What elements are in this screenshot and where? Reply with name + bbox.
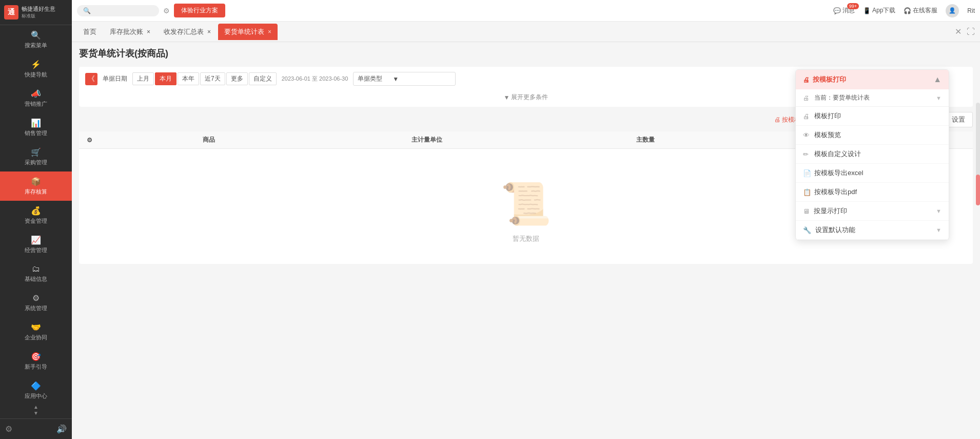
col-unit: 主计量单位 [318,136,537,144]
sidebar-item-label-shortcut: 快捷导航 [25,71,47,79]
date-btn-this-year[interactable]: 本年 [178,72,199,85]
tab-order-stats[interactable]: 要货单统计表 × [218,24,278,40]
trial-button[interactable]: 体验行业方案 [174,4,225,17]
default-fn-icon: 🔧 [803,226,811,234]
online-service-label: 在线客服 [913,6,937,15]
app-download-icon: 📱 [863,7,871,14]
dropdown-current[interactable]: 🖨 当前：要货单统计表 ▼ [796,89,949,107]
sidebar-item-label-guide: 新手引导 [25,363,47,371]
online-service-icon: 🎧 [904,7,911,14]
order-type-chevron: ▼ [393,75,399,83]
right-scrollbar[interactable] [976,103,980,205]
speaker-icon[interactable]: 🔊 [56,424,67,434]
settings-icon[interactable]: ⚙ [5,424,12,434]
sidebar-item-collab[interactable]: 🤝 企业协同 [0,317,72,347]
sidebar-logo: 通 畅捷通好生意 标准版 [0,0,72,25]
marketing-icon: 📣 [31,89,41,99]
order-type-select[interactable]: 单据类型 ▼ [353,72,456,86]
sidebar-item-system[interactable]: ⚙ 系统管理 [0,288,72,317]
sidebar-item-label-inventory: 库存核算 [25,188,47,196]
dropdown-header-left: 🖨 按模板打印 [803,75,846,84]
logo-badge: 标准版 [22,13,55,20]
dropdown-item-template-preview[interactable]: 👁 模板预览 [796,126,949,145]
tabs-bar: 首页 库存批次账 × 收发存汇总表 × 要货单统计表 × ✕ ⛶ [72,22,980,42]
topbar-gear-icon[interactable]: ⚙ [163,7,170,15]
template-print-icon: 🖨 [803,112,810,120]
template-excel-label: 按模板导出excel [814,168,863,178]
appstore-icon: 🔷 [31,381,41,391]
dropdown-item-template-print[interactable]: 🖨 模板打印 [796,107,949,126]
sidebar-item-label-appstore: 应用中心 [25,392,47,400]
scrollbar-thumb [976,175,980,205]
sidebar-item-shortcut[interactable]: ⚡ 快捷导航 [0,54,72,84]
app-download-label: App下载 [872,6,895,15]
sidebar-item-appstore[interactable]: 🔷 应用中心 [0,376,72,402]
sidebar-item-sales[interactable]: 📊 销售管理 [0,113,72,142]
sidebar-item-basic[interactable]: 🗂 基础信息 [0,259,72,288]
date-btn-last-month[interactable]: 上月 [132,72,154,85]
tab-receivable-summary-close[interactable]: × [207,28,211,35]
tab-order-stats-close[interactable]: × [268,28,271,35]
sidebar-item-label-system: 系统管理 [25,304,47,312]
guide-icon: 🎯 [31,352,41,361]
order-type-label: 单据类型 [358,74,382,83]
sidebar-item-search[interactable]: 🔍 搜索菜单 [0,25,72,54]
date-btn-7days[interactable]: 近7天 [200,72,225,85]
finance-icon: 💰 [31,206,41,216]
col-settings[interactable]: ⚙ [79,137,100,144]
purchase-icon: 🛒 [31,147,41,157]
sidebar-nav: 🔍 搜索菜单 ⚡ 快捷导航 📣 营销推广 📊 销售管理 🛒 采购管理 📦 库存核… [0,25,72,402]
dropdown-item-template-excel[interactable]: 📄 按模板导出excel [796,164,949,183]
empty-text: 暂无数据 [513,234,539,243]
message-action[interactable]: 💬 消息 99+ [833,6,855,15]
sidebar: 通 畅捷通好生意 标准版 🔍 搜索菜单 ⚡ 快捷导航 📣 营销推广 📊 销售管理… [0,0,72,439]
sidebar-item-operations[interactable]: 📈 经营管理 [0,230,72,259]
resize-window-button[interactable]: ⛶ [967,27,975,36]
dropdown-sub-default-fn[interactable]: 🔧 设置默认功能 ▼ [796,221,949,240]
default-fn-label: 设置默认功能 [815,225,855,235]
sidebar-item-label-purchase: 采购管理 [25,159,47,166]
col-settings-icon: ⚙ [87,137,92,144]
date-filter-buttons: 上月 本月 本年 近7天 更多 自定义 [132,72,277,85]
search-nav-icon: 🔍 [31,30,41,40]
dropdown-header: 🖨 按模板打印 ▲ [796,70,949,89]
sidebar-item-label-finance: 资金管理 [25,217,47,225]
sidebar-bottom: ⚙ 🔊 [0,418,72,439]
print-icon: 🖨 [774,116,780,123]
date-btn-this-month[interactable]: 本月 [155,72,177,85]
dropdown-sub-display-print[interactable]: 🖥 按显示打印 ▼ [796,202,949,221]
sidebar-item-purchase[interactable]: 🛒 采购管理 [0,142,72,171]
topbar-actions: 💬 消息 99+ 📱 App下载 🎧 在线客服 👤 Rit [833,4,975,17]
dropdown-close-button[interactable]: ▲ [933,75,942,84]
sidebar-item-guide[interactable]: 🎯 新手引导 [0,347,72,376]
tab-receivable-summary[interactable]: 收发存汇总表 × [158,24,217,40]
print-dropdown: 🖨 按模板打印 ▲ 🖨 当前：要货单统计表 ▼ 🖨 模板打印 👁 模板预览 ✏ … [795,69,949,240]
sidebar-item-marketing[interactable]: 📣 营销推广 [0,84,72,113]
close-window-button[interactable]: ✕ [955,27,962,36]
app-download-action[interactable]: 📱 App下载 [863,6,895,15]
online-service-action[interactable]: 🎧 在线客服 [904,6,937,15]
date-btn-more[interactable]: 更多 [226,72,248,85]
sidebar-scroll-down[interactable]: ▼ [33,410,38,416]
topbar-search-box[interactable]: 🔍 [77,5,159,16]
display-print-icon: 🖥 [803,207,810,215]
sidebar-item-label-sales: 销售管理 [25,129,47,137]
sidebar-item-inventory[interactable]: 📦 库存核算 [0,171,72,201]
dropdown-item-template-custom[interactable]: ✏ 模板自定义设计 [796,145,949,164]
tab-inventory-batch[interactable]: 库存批次账 × [104,24,156,40]
sidebar-scroll-up[interactable]: ▲ [33,404,38,410]
date-btn-custom[interactable]: 自定义 [249,72,277,85]
template-pdf-icon: 📋 [803,188,811,196]
sales-icon: 📊 [31,118,41,128]
filter-expand-button[interactable]: 《 [85,73,97,85]
template-print-label: 模板打印 [814,111,841,121]
tab-home[interactable]: 首页 [77,24,103,40]
dropdown-current-icon: 🖨 [803,94,809,102]
user-avatar[interactable]: 👤 [946,4,959,17]
dropdown-item-template-pdf[interactable]: 📋 按模板导出pdf [796,183,949,202]
tab-inventory-batch-label: 库存批次账 [110,27,143,36]
username-label: Rit [967,7,975,14]
tab-inventory-batch-close[interactable]: × [147,28,150,35]
expand-more-button[interactable]: ▼ 展开更多条件 [504,93,548,102]
sidebar-item-finance[interactable]: 💰 资金管理 [0,201,72,230]
